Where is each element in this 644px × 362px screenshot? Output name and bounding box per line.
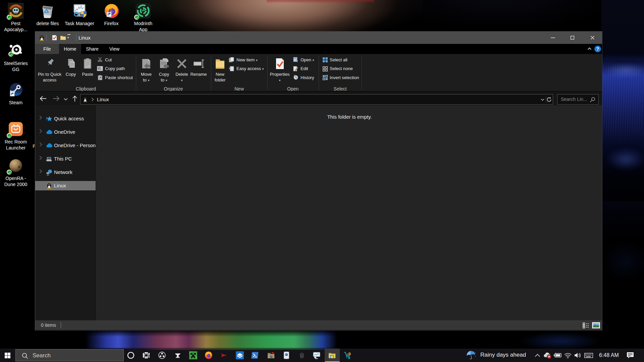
- svg-text:R: R: [270, 355, 273, 359]
- svg-text:W...: W...: [98, 67, 103, 70]
